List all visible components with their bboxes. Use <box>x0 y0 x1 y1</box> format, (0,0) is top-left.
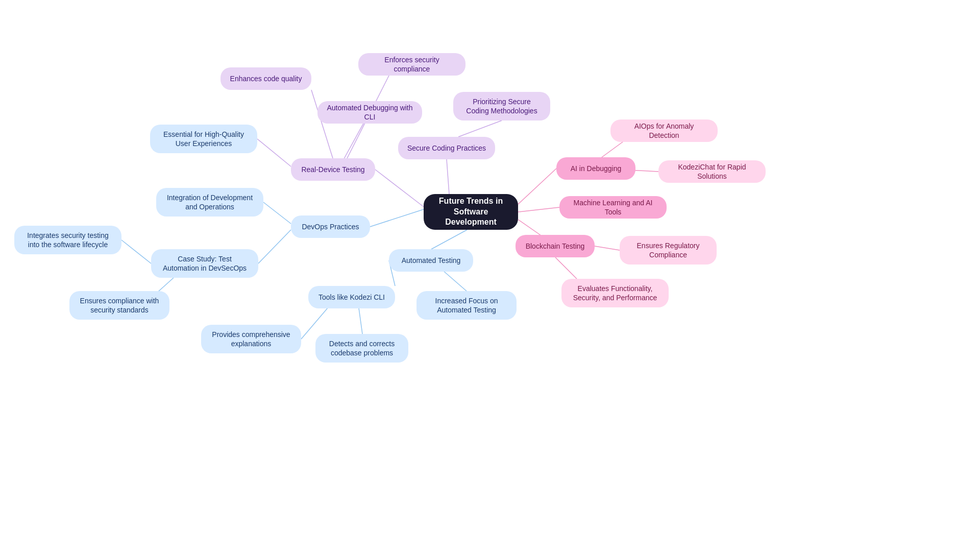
automated-testing-node: Automated Testing <box>389 249 473 272</box>
integration-devops-node: Integration of Development and Operation… <box>156 188 263 217</box>
integrates-security-testing-node: Integrates security testing into the sof… <box>14 226 121 254</box>
essential-high-quality-node: Essential for High-Quality User Experien… <box>150 125 257 153</box>
ensures-compliance-security-node: Ensures compliance with security standar… <box>69 291 169 320</box>
svg-line-0 <box>375 170 424 207</box>
center-node: Future Trends in Software Development <box>424 194 518 230</box>
increased-focus-automated-node: Increased Focus on Automated Testing <box>416 291 517 320</box>
machine-learning-ai-tools-node: Machine Learning and AI Tools <box>559 196 667 219</box>
svg-line-20 <box>518 207 559 212</box>
svg-line-4 <box>257 139 291 166</box>
tools-kodezi-cli-node: Tools like Kodezi CLI <box>308 286 395 308</box>
prioritizing-secure-coding-node: Prioritizing Secure Coding Methodologies <box>453 92 550 121</box>
secure-coding-practices-node: Secure Coding Practices <box>398 137 495 159</box>
aiops-anomaly-detection-node: AIOps for Anomaly Detection <box>610 119 718 142</box>
svg-line-12 <box>431 230 467 249</box>
case-study-devsecops-node: Case Study: Test Automation in DevSecOps <box>151 249 258 278</box>
svg-line-22 <box>595 246 620 250</box>
enhances-code-quality-node: Enhances code quality <box>220 67 311 90</box>
ai-in-debugging-node: AI in Debugging <box>556 157 635 180</box>
enforces-security-compliance-node: Enforces security compliance <box>358 53 465 76</box>
svg-line-17 <box>518 169 556 204</box>
provides-comprehensive-node: Provides comprehensive explanations <box>201 325 301 353</box>
detects-corrects-node: Detects and corrects codebase problems <box>315 334 408 363</box>
svg-line-1 <box>311 90 333 158</box>
svg-line-23 <box>555 257 577 279</box>
evaluates-functionality-node: Evaluates Functionality, Security, and P… <box>561 279 669 307</box>
real-device-testing-node: Real-Device Testing <box>291 158 375 181</box>
svg-line-9 <box>258 230 291 263</box>
svg-line-7 <box>370 209 424 227</box>
svg-line-5 <box>447 159 449 194</box>
svg-line-10 <box>121 240 151 263</box>
svg-line-8 <box>263 202 291 224</box>
kodezi-chat-rapid-node: KodeziChat for Rapid Solutions <box>658 160 766 183</box>
ensures-regulatory-compliance-node: Ensures Regulatory Compliance <box>620 236 717 265</box>
devops-practices-node: DevOps Practices <box>291 215 370 238</box>
blockchain-testing-node: Blockchain Testing <box>516 235 595 257</box>
svg-line-6 <box>458 121 502 137</box>
automated-debugging-cli-node: Automated Debugging with CLI <box>317 101 422 124</box>
